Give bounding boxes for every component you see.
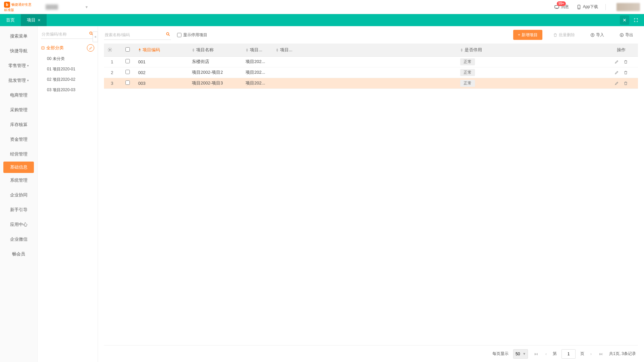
show-disabled-checkbox[interactable]: 显示停用项目: [177, 32, 207, 38]
svg-point-3: [90, 32, 92, 34]
import-icon: [590, 33, 595, 37]
plus-icon: +: [518, 33, 520, 37]
cell-ops: [604, 67, 638, 78]
trash-icon: [624, 60, 628, 64]
batch-delete-label: 批量删除: [559, 32, 575, 38]
tree-node[interactable]: 02 项目2020-02: [47, 74, 94, 85]
cell-code: 001: [135, 56, 189, 67]
cell-c3: 项目202...: [242, 78, 272, 88]
tree-root-node[interactable]: 全部分类: [41, 45, 64, 51]
export-icon: [620, 33, 624, 37]
sidebar-item-搜索菜单[interactable]: 搜索菜单: [0, 29, 37, 44]
tab-首页[interactable]: 首页: [0, 14, 21, 26]
column-settings[interactable]: [104, 44, 120, 56]
show-disabled-input[interactable]: [177, 33, 181, 37]
delete-row-button[interactable]: [624, 60, 628, 64]
tab-label: 项目: [27, 17, 36, 23]
table-row[interactable]: 2002项目2002-项目2项目202...正常: [104, 67, 638, 78]
edit-tree-button[interactable]: [87, 44, 94, 52]
tenant-selector[interactable]: ████ ▼: [46, 4, 89, 9]
first-page-button[interactable]: ⏮: [533, 352, 539, 356]
last-page-button[interactable]: ⏭: [598, 352, 604, 356]
sidebar-item-label: 新手引导: [10, 207, 28, 213]
next-page-button[interactable]: ›: [589, 352, 593, 356]
row-index: 3: [104, 78, 120, 88]
cell-status: 正常: [457, 56, 604, 67]
search-input[interactable]: [104, 30, 171, 40]
row-checkbox[interactable]: [125, 80, 130, 85]
page-input[interactable]: [561, 349, 576, 359]
row-checkbox-cell: [120, 78, 135, 88]
status-badge: 正常: [460, 58, 475, 65]
row-index: 1: [104, 56, 120, 67]
sidebar-item-基础信息[interactable]: 基础信息: [3, 162, 34, 173]
edit-row-button[interactable]: [614, 81, 619, 85]
per-page-select[interactable]: 50: [513, 349, 528, 359]
new-item-button[interactable]: + 新增项目: [513, 30, 542, 40]
edit-row-button[interactable]: [614, 60, 619, 64]
tree-node[interactable]: 01 项目2020-01: [47, 64, 94, 74]
sidebar-item-系统管理[interactable]: 系统管理: [0, 173, 37, 188]
close-icon[interactable]: ✕: [38, 18, 41, 22]
data-table: ▲▼项目编码 ▲▼项目名称 ▲▼项目... ▲▼项目...: [104, 44, 638, 89]
pager-summary: 共1页, 3条记录: [609, 351, 636, 357]
sidebar-item-企业协同[interactable]: 企业协同: [0, 188, 37, 202]
caret-down-icon: ▾: [27, 64, 29, 67]
search-icon[interactable]: [166, 32, 170, 37]
column-checkbox: [120, 44, 135, 56]
app-download-button[interactable]: App下载: [576, 4, 598, 10]
sidebar-item-经营管理[interactable]: 经营管理: [0, 147, 37, 162]
table-row[interactable]: 3003项目2002-项目3项目202...正常: [104, 78, 638, 88]
column-col4[interactable]: ▲▼项目...: [272, 44, 303, 56]
messages-button[interactable]: 消息 99+: [554, 4, 569, 10]
row-checkbox-cell: [120, 67, 135, 78]
sidebar-item-应用中心[interactable]: 应用中心: [0, 217, 37, 232]
sidebar-item-畅会员[interactable]: 畅会员: [0, 247, 37, 261]
table-row[interactable]: 1001东楼街店项目202...正常: [104, 56, 638, 67]
user-avatar[interactable]: [616, 3, 640, 11]
collapse-tree-button[interactable]: [93, 32, 98, 42]
tree-node[interactable]: 03 项目2020-03: [47, 85, 94, 95]
sidebar-item-label: 应用中心: [10, 222, 28, 228]
import-button[interactable]: 导入: [586, 30, 609, 40]
sidebar-item-快捷导航[interactable]: 快捷导航: [0, 44, 37, 58]
sidebar-item-企业微信[interactable]: 企业微信: [0, 232, 37, 247]
row-checkbox-cell: [120, 56, 135, 67]
prev-page-button[interactable]: ‹: [544, 352, 548, 356]
row-checkbox[interactable]: [125, 70, 130, 74]
tab-label: 首页: [6, 17, 15, 23]
cell-spacer: [303, 78, 457, 88]
tree-search-input[interactable]: [41, 29, 94, 39]
tab-项目[interactable]: 项目✕: [21, 14, 47, 26]
sidebar-item-新手引导[interactable]: 新手引导: [0, 202, 37, 217]
select-all-checkbox[interactable]: [125, 47, 130, 52]
svg-point-5: [166, 33, 169, 35]
cell-c4: [272, 67, 303, 78]
sidebar-item-库存核算[interactable]: 库存核算: [0, 117, 37, 132]
column-status[interactable]: ▲▼是否停用: [457, 44, 604, 56]
sidebar-item-资金管理[interactable]: 资金管理: [0, 132, 37, 147]
sidebar-item-零售管理[interactable]: 零售管理▾: [0, 58, 37, 73]
delete-row-button[interactable]: [624, 81, 628, 85]
delete-row-button[interactable]: [624, 70, 628, 75]
column-name[interactable]: ▲▼项目名称: [189, 44, 242, 56]
column-code[interactable]: ▲▼项目编码: [135, 44, 189, 56]
export-button[interactable]: 导出: [615, 30, 638, 40]
close-tab-button[interactable]: [620, 15, 629, 25]
show-disabled-label: 显示停用项目: [183, 32, 207, 38]
sidebar-item-批发管理[interactable]: 批发管理▾: [0, 73, 37, 88]
brand-sub-text: 标准版: [4, 8, 14, 12]
sidebar-item-label: 库存核算: [10, 122, 28, 128]
column-col3[interactable]: ▲▼项目...: [242, 44, 272, 56]
fullscreen-button[interactable]: [631, 15, 641, 25]
column-spacer: [303, 44, 457, 56]
row-checkbox[interactable]: [125, 59, 130, 63]
edit-row-button[interactable]: [614, 70, 619, 75]
sidebar-item-电商管理[interactable]: 电商管理: [0, 88, 37, 103]
toolbar: 显示停用项目 + 新增项目 批量删除 导入: [104, 26, 638, 44]
phone-icon: [576, 4, 582, 10]
tree-node[interactable]: 00 未分类: [47, 54, 94, 64]
sidebar-item-采购管理[interactable]: 采购管理: [0, 103, 37, 117]
sidebar-item-label: 搜索菜单: [10, 33, 28, 39]
cell-code: 002: [135, 67, 189, 78]
